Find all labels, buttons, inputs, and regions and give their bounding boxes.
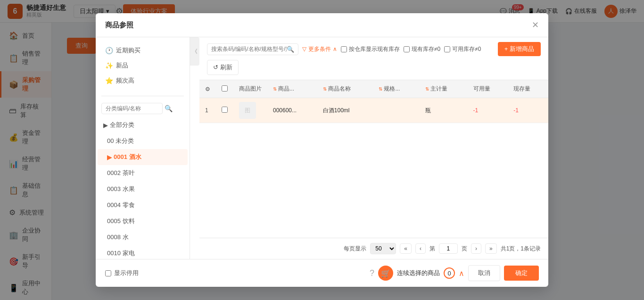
- product-table-wrap: ⚙ 商品图片 ⇅: [199, 80, 548, 238]
- table-header-row: ⚙ 商品图片 ⇅: [199, 80, 548, 98]
- product-reference-modal: 商品参照 ✕ 🕐 近期购买 ✨ 新品 ⭐ 频次高: [96, 13, 548, 287]
- cat-tea[interactable]: 0002 茶叶: [98, 165, 188, 181]
- col-stock: 现存量: [508, 80, 548, 98]
- col-spec: ⇅ 规格...: [373, 80, 420, 98]
- sort-name-icon[interactable]: ⇅: [323, 86, 327, 92]
- next-page-button[interactable]: ›: [471, 243, 481, 254]
- stock-not-zero-checkbox[interactable]: [404, 46, 410, 52]
- cancel-button[interactable]: 取消: [468, 265, 500, 281]
- row-checkbox-cell: [216, 98, 233, 123]
- quick-links: 🕐 近期购买 ✨ 新品 ⭐ 频次高: [96, 43, 190, 92]
- modal-body: 🕐 近期购买 ✨ 新品 ⭐ 频次高 🔍: [96, 37, 548, 259]
- stock-not-zero-checkbox-label[interactable]: 现有库存≠0: [404, 45, 440, 53]
- more-filter-button[interactable]: ▽ 更多条件 ∧: [302, 45, 337, 53]
- modal-overlay: 商品参照 ✕ 🕐 近期购买 ✨ 新品 ⭐ 频次高: [0, 0, 644, 300]
- col-checkbox: [216, 80, 233, 98]
- modal-header: 商品参照 ✕: [96, 13, 548, 37]
- modal-left-panel: 🕐 近期购买 ✨ 新品 ⭐ 频次高 🔍: [96, 37, 190, 259]
- product-search-input[interactable]: [211, 46, 287, 52]
- row-select-checkbox[interactable]: [222, 107, 228, 113]
- divider: [101, 96, 184, 96]
- page-number-input[interactable]: [439, 243, 458, 254]
- usable-not-zero-checkbox[interactable]: [444, 46, 450, 52]
- cat-all[interactable]: ▶ 全部分类: [98, 117, 188, 133]
- col-settings: ⚙: [199, 80, 216, 98]
- chevron-up-icon: ∧: [333, 46, 337, 52]
- cat-fruit[interactable]: 0003 水果: [98, 181, 188, 197]
- cat-snack[interactable]: 0004 零食: [98, 197, 188, 213]
- cat-liquor[interactable]: ▶ 0001 酒水: [98, 149, 188, 165]
- table-row[interactable]: 1 图 000600... 白酒100ml: [199, 98, 548, 123]
- col-code: ⇅ 商品...: [267, 80, 317, 98]
- search-icon[interactable]: 🔍: [287, 46, 294, 53]
- cat-drinks[interactable]: 0005 饮料: [98, 213, 188, 229]
- cart-area[interactable]: 🛒 连续选择的商品 0: [378, 266, 455, 281]
- last-page-button[interactable]: »: [485, 243, 497, 254]
- product-code-cell: 000600...: [267, 98, 317, 123]
- product-spec-cell: [373, 98, 420, 123]
- help-icon[interactable]: ?: [370, 268, 374, 278]
- category-search-input[interactable]: [101, 103, 163, 114]
- product-image-cell: 图: [233, 98, 267, 123]
- by-warehouse-checkbox[interactable]: [341, 46, 347, 52]
- col-name: ⇅ 商品名称: [317, 80, 373, 98]
- frequent-icon: ⭐: [105, 77, 113, 84]
- product-name-cell: 白酒100ml: [317, 98, 373, 123]
- usable-not-zero-checkbox-label[interactable]: 可用库存≠0: [444, 45, 481, 53]
- sort-code-icon[interactable]: ⇅: [273, 86, 277, 92]
- confirm-button[interactable]: 确定: [504, 266, 539, 281]
- quick-link-frequent[interactable]: ⭐ 频次高: [101, 73, 184, 88]
- cat-water[interactable]: 0008 水: [98, 229, 188, 245]
- sort-spec-icon[interactable]: ⇅: [379, 86, 382, 92]
- quick-link-new[interactable]: ✨ 新品: [101, 58, 184, 73]
- modal-right-panel: 🔍 ▽ 更多条件 ∧ 按仓库显示现有库存 现有库存≠0: [199, 37, 548, 259]
- modal-close-button[interactable]: ✕: [532, 20, 539, 30]
- show-disabled-checkbox[interactable]: [105, 270, 111, 276]
- filter-icon: ▽: [302, 46, 306, 52]
- pagination-bar: 每页显示 50 10 20 100 « ‹ 第 页 › » 共1页，1条记录: [199, 238, 548, 259]
- row-num: 1: [199, 98, 216, 123]
- select-all-checkbox[interactable]: [222, 85, 228, 92]
- recent-icon: 🕐: [105, 47, 113, 54]
- col-usable: 可用量: [468, 80, 508, 98]
- category-search-button[interactable]: 🔍: [165, 105, 173, 112]
- col-image: 商品图片: [233, 80, 267, 98]
- modal-footer: 显示停用 ? 🛒 连续选择的商品 0 ∧ 取消 确定: [96, 259, 548, 287]
- footer-right: ? 🛒 连续选择的商品 0 ∧ 取消 确定: [370, 265, 539, 281]
- cart-icon: 🛒: [378, 266, 393, 281]
- show-disabled-label[interactable]: 显示停用: [105, 269, 139, 277]
- new-product-icon: ✨: [105, 62, 113, 69]
- collapse-panel-button[interactable]: 《: [190, 37, 199, 66]
- table-gear-icon[interactable]: ⚙: [205, 86, 210, 92]
- cat-appliance[interactable]: 0010 家电: [98, 245, 188, 259]
- cart-count: 0: [444, 267, 455, 279]
- first-page-button[interactable]: «: [400, 243, 412, 254]
- category-search-row: 🔍: [96, 100, 190, 117]
- product-usable-cell: -1: [468, 98, 508, 123]
- product-search-wrap: 🔍: [207, 43, 298, 55]
- product-thumbnail: 图: [239, 102, 256, 119]
- product-table: ⚙ 商品图片 ⇅: [199, 80, 548, 123]
- active-arrow-icon: ▶: [107, 154, 112, 161]
- col-unit: ⇅ 主计量: [420, 80, 467, 98]
- expand-icon: ▶: [103, 122, 108, 129]
- quick-link-recent[interactable]: 🕐 近期购买: [101, 43, 184, 58]
- collapse-up-button[interactable]: ∧: [459, 269, 464, 278]
- sort-unit-icon[interactable]: ⇅: [425, 86, 429, 92]
- refresh-table-button[interactable]: ↺ 刷新: [207, 60, 239, 75]
- product-stock-cell: -1: [508, 98, 548, 123]
- cat-unclassified[interactable]: 00 未分类: [98, 133, 188, 149]
- by-warehouse-checkbox-label[interactable]: 按仓库显示现有库存: [341, 45, 400, 53]
- product-unit-cell: 瓶: [420, 98, 467, 123]
- category-list: ▶ 全部分类 00 未分类 ▶ 0001 酒水 0002 茶叶 0003 水果: [96, 117, 190, 259]
- modal-title: 商品参照: [105, 21, 133, 30]
- add-product-button[interactable]: + 新增商品: [498, 42, 541, 56]
- page-size-select[interactable]: 50 10 20 100: [370, 243, 396, 254]
- modal-toolbar: 🔍 ▽ 更多条件 ∧ 按仓库显示现有库存 现有库存≠0: [199, 37, 548, 80]
- prev-page-button[interactable]: ‹: [415, 243, 426, 254]
- table-body: 1 图 000600... 白酒100ml: [199, 98, 548, 123]
